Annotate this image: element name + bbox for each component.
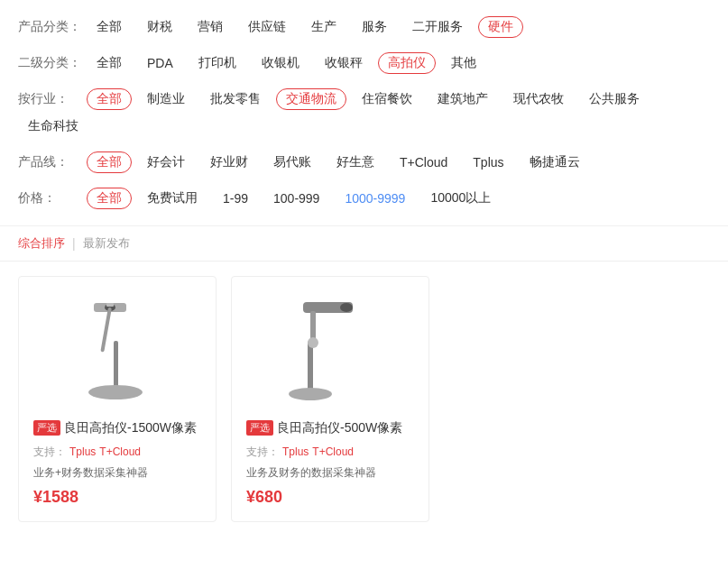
filter-product-category-5[interactable]: 服务	[352, 16, 397, 38]
filter-product-line-0[interactable]: 全部	[87, 151, 132, 173]
svg-rect-4	[114, 341, 118, 390]
product-title-row-1: 严选 良田高拍仪-500W像素	[246, 419, 414, 437]
filter-product-line-5[interactable]: T+Cloud	[390, 152, 457, 172]
filter-industry-4[interactable]: 住宿餐饮	[352, 88, 422, 110]
product-price-0: ¥1588	[33, 488, 201, 507]
svg-rect-3	[100, 307, 112, 353]
product-category-label: 产品分类：	[18, 19, 81, 35]
filter-industry-0[interactable]: 全部	[87, 88, 132, 110]
support-row-0: 支持： Tplus T+Cloud	[33, 445, 201, 460]
product-name-0: 良田高拍仪-1500W像素	[64, 419, 197, 437]
product-card-0[interactable]: 严选 良田高拍仪-1500W像素 支持： Tplus T+Cloud 业务+财务…	[18, 276, 217, 522]
svg-point-12	[308, 337, 318, 348]
filter-price-4[interactable]: 1000-9999	[335, 188, 415, 208]
industry-label: 按行业：	[18, 91, 81, 107]
filter-product-category-7[interactable]: 硬件	[478, 16, 523, 38]
product-name-1: 良田高拍仪-500W像素	[277, 419, 402, 437]
filter-price-1[interactable]: 免费试用	[137, 188, 207, 209]
svg-point-5	[88, 385, 143, 399]
svg-rect-6	[106, 303, 114, 307]
filter-product-category-6[interactable]: 二开服务	[402, 16, 473, 38]
support-tag-1-1: T+Cloud	[312, 445, 354, 458]
filter-product-line-2[interactable]: 好业财	[200, 151, 258, 173]
filter-price-0[interactable]: 全部	[87, 188, 132, 209]
second-category-row: 二级分类： 全部 PDA 打印机 收银机 收银秤 高拍仪 其他	[18, 45, 710, 81]
product-line-label: 产品线：	[18, 154, 81, 170]
product-badge-1: 严选	[246, 420, 273, 436]
product-image-svg-0	[63, 291, 171, 408]
sort-bar: 综合排序 | 最新发布	[0, 226, 728, 262]
filter-industry-1[interactable]: 制造业	[137, 88, 195, 110]
second-category-label: 二级分类：	[18, 55, 81, 71]
svg-point-11	[289, 388, 332, 400]
filter-product-line-1[interactable]: 好会计	[137, 151, 195, 173]
filter-product-line-7[interactable]: 畅捷通云	[520, 151, 590, 173]
filter-second-category-3[interactable]: 收银机	[252, 52, 309, 74]
support-tag-0-0: Tplus	[69, 445, 96, 458]
filter-industry-5[interactable]: 建筑地产	[428, 88, 498, 110]
filter-product-line-4[interactable]: 好生意	[327, 151, 384, 173]
filter-container: 产品分类： 全部 财税 营销 供应链 生产 服务 二开服务 硬件 二级分类： 全…	[0, 0, 728, 226]
filter-product-line-3[interactable]: 易代账	[263, 151, 321, 173]
product-line-row: 产品线： 全部 好会计 好业财 易代账 好生意 T+Cloud Tplus 畅捷…	[18, 144, 710, 180]
product-title-row-0: 严选 良田高拍仪-1500W像素	[33, 419, 201, 437]
sort-divider: |	[72, 236, 76, 251]
product-desc-1: 业务及财务的数据采集神器	[246, 465, 414, 481]
sort-item-0[interactable]: 综合排序	[18, 235, 65, 252]
filter-industry-2[interactable]: 批发零售	[200, 88, 271, 110]
svg-point-8	[340, 303, 353, 312]
filter-second-category-1[interactable]: PDA	[137, 53, 183, 73]
product-badge-0: 严选	[33, 420, 60, 436]
product-card-1[interactable]: 严选 良田高拍仪-500W像素 支持： Tplus T+Cloud 业务及财务的…	[231, 276, 429, 522]
price-label: 价格：	[18, 190, 81, 206]
filter-second-category-0[interactable]: 全部	[87, 52, 132, 74]
filter-product-category-1[interactable]: 财税	[137, 16, 182, 38]
filter-second-category-5[interactable]: 高拍仪	[378, 52, 436, 74]
filter-second-category-4[interactable]: 收银秤	[315, 52, 373, 74]
support-tag-0-1: T+Cloud	[99, 445, 141, 458]
filter-industry-3[interactable]: 交通物流	[276, 88, 346, 110]
industry-row: 按行业： 全部 制造业 批发零售 交通物流 住宿餐饮 建筑地产 现代农牧 公共服…	[18, 81, 710, 144]
price-row: 价格： 全部 免费试用 1-99 100-999 1000-9999 10000…	[18, 180, 710, 216]
sort-item-1[interactable]: 最新发布	[83, 235, 130, 252]
filter-industry-8[interactable]: 生命科技	[18, 115, 88, 137]
support-tag-1-0: Tplus	[282, 445, 309, 458]
svg-rect-10	[308, 341, 313, 393]
product-image-1	[246, 291, 414, 408]
support-label-1: 支持：	[246, 445, 279, 460]
filter-price-3[interactable]: 100-999	[263, 188, 329, 208]
filter-product-category-2[interactable]: 营销	[188, 16, 233, 38]
filter-product-line-6[interactable]: Tplus	[463, 152, 513, 172]
filter-price-2[interactable]: 1-99	[213, 188, 258, 208]
filter-second-category-6[interactable]: 其他	[441, 52, 486, 74]
product-image-0	[33, 291, 201, 408]
filter-price-5[interactable]: 10000以上	[420, 188, 501, 209]
product-desc-0: 业务+财务数据采集神器	[33, 465, 201, 481]
product-category-row: 产品分类： 全部 财税 营销 供应链 生产 服务 二开服务 硬件	[18, 9, 710, 45]
filter-product-category-0[interactable]: 全部	[87, 16, 132, 38]
product-grid: 严选 良田高拍仪-1500W像素 支持： Tplus T+Cloud 业务+财务…	[0, 262, 728, 537]
filter-product-category-3[interactable]: 供应链	[238, 16, 296, 38]
filter-industry-6[interactable]: 现代农牧	[503, 88, 574, 110]
support-row-1: 支持： Tplus T+Cloud	[246, 445, 414, 460]
support-label-0: 支持：	[33, 445, 66, 460]
filter-product-category-4[interactable]: 生产	[301, 16, 346, 38]
product-price-1: ¥680	[246, 488, 414, 507]
filter-industry-7[interactable]: 公共服务	[579, 88, 650, 110]
filter-second-category-2[interactable]: 打印机	[189, 52, 246, 74]
product-image-svg-1	[285, 291, 375, 408]
